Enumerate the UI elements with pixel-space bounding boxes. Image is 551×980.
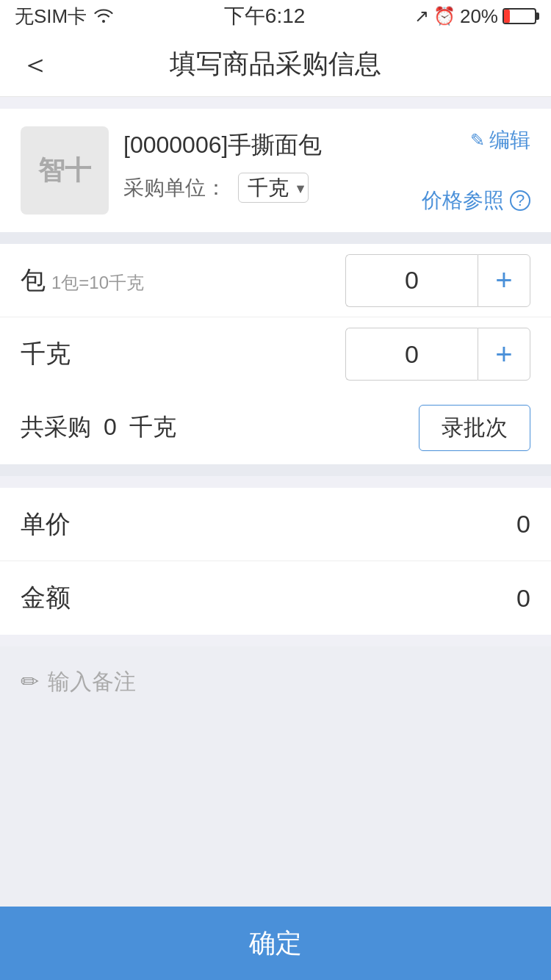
product-logo-text: 智十 [38, 153, 91, 189]
bag-plus-button[interactable]: + [478, 254, 530, 307]
unit-price-value: 0 [516, 510, 530, 538]
wifi-icon [93, 5, 115, 28]
total-unit: 千克 [129, 414, 176, 440]
total-amount: 0 [104, 414, 117, 440]
price-info-section: 单价 0 金额 0 [0, 488, 551, 635]
nav-bar: ＜ 填写商品采购信息 [0, 32, 551, 97]
section-divider-2 [0, 464, 551, 476]
pencil-icon: ✏ [21, 669, 39, 694]
amount-label: 金额 [21, 581, 71, 615]
confirm-button-label: 确定 [249, 926, 302, 962]
kg-quantity-input[interactable] [345, 328, 478, 381]
unit-select-wrapper[interactable]: 千克 ▾ [238, 173, 309, 202]
total-prefix: 共采购 [21, 414, 91, 440]
record-batch-button[interactable]: 录批次 [419, 405, 530, 451]
total-row: 共采购 0 千克 录批次 [0, 391, 551, 464]
unit-price-label: 单价 [21, 508, 71, 541]
total-text: 共采购 0 千克 [21, 411, 176, 444]
alarm-icon: ⏰ [433, 6, 455, 26]
carrier-label: 无SIM卡 [15, 4, 87, 29]
price-ref-label: 价格参照 [422, 187, 504, 215]
edit-label: 编辑 [489, 126, 530, 154]
bag-qty-input-wrapper: + [345, 254, 530, 307]
kg-plus-button[interactable]: + [478, 328, 530, 381]
bag-sublabel: 1包=10千克 [51, 273, 144, 292]
product-name: [0000006]手撕面包 [123, 129, 530, 162]
product-image: 智十 [21, 126, 109, 215]
bag-quantity-input[interactable] [345, 254, 478, 307]
status-bar-right: ↗ ⏰ 20% [414, 5, 536, 28]
bag-label: 包1包=10千克 [21, 264, 153, 298]
section-divider-1 [0, 232, 551, 244]
product-card: 智十 [0000006]手撕面包 采购单位： 千克 ▾ ✎ 编辑 价格参照 ? [0, 109, 551, 232]
unit-price-row: 单价 0 [0, 488, 551, 561]
edit-icon: ✎ [470, 130, 485, 151]
bag-quantity-row: 包1包=10千克 + [0, 244, 551, 317]
status-bar-time: 下午6:12 [224, 2, 306, 30]
bottom-space [0, 735, 551, 926]
unit-select[interactable]: 千克 [238, 173, 309, 203]
battery-percent: 20% [460, 5, 498, 28]
location-icon: ↗ [414, 6, 429, 26]
remark-section[interactable]: ✏ 输入备注 [0, 646, 551, 735]
remark-placeholder: 输入备注 [48, 667, 136, 697]
quantity-section: 包1包=10千克 + 千克 + [0, 244, 551, 391]
confirm-button[interactable]: 确定 [0, 907, 551, 980]
price-ref-help-icon: ? [510, 190, 530, 211]
page-title: 填写商品采购信息 [170, 46, 381, 82]
unit-label: 采购单位： [123, 174, 226, 202]
edit-button[interactable]: ✎ 编辑 [470, 126, 530, 154]
back-button[interactable]: ＜ [21, 44, 50, 84]
battery-icon [503, 8, 536, 24]
kg-qty-input-wrapper: + [345, 328, 530, 381]
kg-quantity-row: 千克 + [0, 317, 551, 391]
kg-label: 千克 [21, 337, 153, 371]
price-ref-button[interactable]: 价格参照 ? [422, 187, 530, 215]
status-bar: 无SIM卡 下午6:12 ↗ ⏰ 20% [0, 0, 551, 32]
amount-value: 0 [516, 584, 530, 613]
status-bar-left: 无SIM卡 [15, 4, 115, 29]
amount-row: 金额 0 [0, 561, 551, 635]
